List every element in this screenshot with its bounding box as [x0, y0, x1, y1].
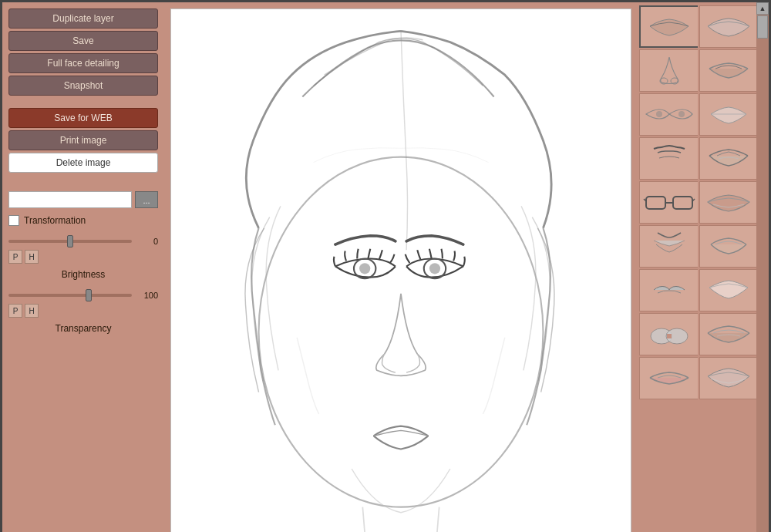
face-part-lips-r4[interactable]	[699, 137, 756, 180]
transformation-checkbox[interactable]	[8, 215, 19, 226]
brightness-slider-row: 0	[8, 237, 158, 246]
face-part-mustache1[interactable]	[639, 269, 698, 311]
transparency-slider-row: 100	[8, 291, 158, 300]
right-scrollbar: ▲ ▼	[756, 2, 769, 532]
print-image-button[interactable]: Print image	[8, 130, 158, 150]
brightness-thumb[interactable]	[67, 235, 73, 247]
scroll-up-arrow[interactable]: ▲	[756, 2, 769, 15]
brightness-ph-row: P H	[8, 250, 158, 264]
spacer2	[8, 175, 158, 183]
scroll-thumb[interactable]	[757, 15, 768, 39]
face-part-lips-r3[interactable]	[699, 93, 756, 136]
duplicate-layer-button[interactable]: Duplicate layer	[8, 8, 158, 29]
svg-rect-14	[667, 334, 672, 338]
face-part-lips-r8[interactable]	[699, 313, 756, 355]
transformation-label: Transformation	[24, 215, 86, 226]
tool-strip: ...	[8, 191, 158, 208]
face-part-lips-r7[interactable]	[699, 269, 756, 311]
transformation-row: Transformation	[8, 215, 158, 226]
tool-input[interactable]	[8, 191, 132, 208]
transparency-ph-row: P H	[8, 304, 158, 318]
svg-rect-0	[171, 9, 631, 532]
right-panel: ▲ ▼ Opacity	[638, 2, 769, 532]
transparency-value: 100	[136, 291, 158, 300]
svg-point-5	[429, 263, 440, 274]
svg-point-9	[678, 111, 685, 117]
face-part-beard1[interactable]	[639, 137, 698, 180]
face-part-lips-r6[interactable]	[699, 225, 756, 268]
face-part-lips-r1[interactable]	[699, 5, 756, 48]
face-part-lips-r9[interactable]	[699, 357, 756, 399]
save-button[interactable]: Save	[8, 31, 158, 51]
brightness-value: 0	[136, 237, 158, 246]
transparency-p-button[interactable]: P	[8, 304, 22, 318]
face-sketch-svg	[171, 9, 631, 532]
transparency-track[interactable]	[8, 294, 132, 297]
svg-rect-11	[673, 197, 692, 209]
face-part-lips2[interactable]	[639, 357, 698, 399]
face-parts-column2	[698, 2, 756, 532]
face-part-lips1[interactable]	[639, 5, 698, 48]
brightness-track[interactable]	[8, 240, 132, 243]
tool-dots-button[interactable]: ...	[135, 191, 158, 208]
face-part-lips-r5[interactable]	[699, 181, 756, 224]
face-part-glasses1[interactable]	[639, 181, 698, 224]
brightness-label: Brightness	[8, 269, 158, 280]
delete-image-button[interactable]: Delete image	[8, 153, 158, 173]
full-face-detailing-button[interactable]: Full face detailing	[8, 53, 158, 73]
spacer1	[8, 98, 158, 106]
face-part-mustache2[interactable]	[639, 313, 698, 355]
svg-point-8	[656, 111, 662, 117]
transparency-thumb[interactable]	[86, 289, 92, 301]
save-for-web-button[interactable]: Save for WEB	[8, 108, 158, 128]
canvas-area	[170, 8, 631, 532]
face-part-beard2[interactable]	[639, 225, 698, 268]
brightness-h-button[interactable]: H	[25, 250, 39, 264]
snapshot-button[interactable]: Snapshot	[8, 76, 158, 96]
transparency-label: Transparency	[8, 323, 158, 334]
scroll-track	[756, 15, 769, 532]
brightness-p-button[interactable]: P	[8, 250, 22, 264]
face-part-lips-r2[interactable]	[699, 49, 756, 92]
transparency-h-button[interactable]: H	[25, 304, 39, 318]
face-parts-column1	[638, 2, 698, 532]
left-panel: Duplicate layer Save Full face detailing…	[2, 2, 164, 532]
svg-rect-10	[646, 197, 665, 209]
app-container: Duplicate layer Save Full face detailing…	[0, 0, 771, 532]
face-part-eyes1[interactable]	[639, 93, 698, 136]
svg-point-3	[359, 263, 370, 274]
face-part-nose1[interactable]	[639, 49, 698, 92]
